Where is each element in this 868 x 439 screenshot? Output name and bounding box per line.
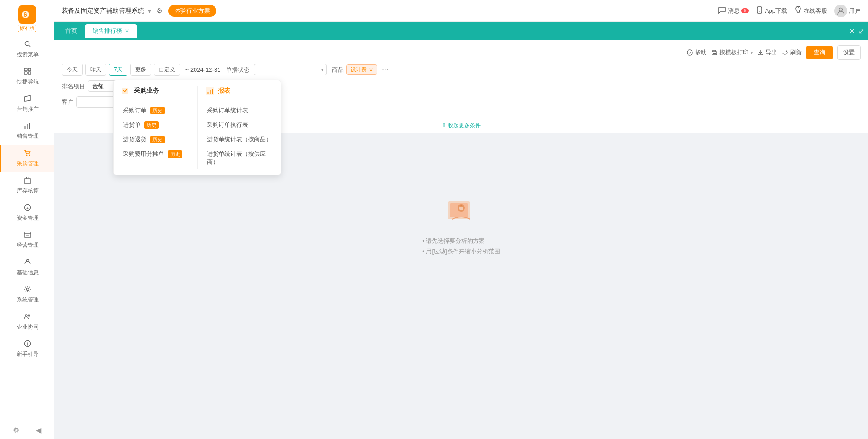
svg-rect-42 — [207, 92, 209, 94]
sidebar-item-inventory[interactable]: 库存核算 — [0, 172, 54, 199]
sidebar-bottom: ⚙ ◀ — [0, 421, 54, 439]
svg-point-22 — [27, 288, 29, 291]
tab-bar-right: ✕ ⤢ — [849, 27, 864, 35]
enterprise-icon — [24, 313, 31, 322]
dropdown-goods-receipt-report-supplier[interactable]: 进货单统计表（按供应商） — [205, 147, 274, 169]
header-user[interactable]: 用户 — [834, 5, 861, 17]
dropdown-report-section: 报表 采购订单统计表 采购订单执行表 进货单统计表（按商品） 进货单统计表（按供… — [197, 86, 281, 169]
svg-line-3 — [29, 45, 31, 47]
sidebar-item-quick-nav[interactable]: 快捷导航 — [0, 63, 54, 90]
sidebar-item-marketing[interactable]: 营销推广 — [0, 90, 54, 118]
goods-return-label: 进货退货 — [123, 135, 146, 143]
voucher-status-select[interactable] — [254, 64, 327, 75]
dropdown-purchase-order[interactable]: 采购订单 历史 — [121, 103, 190, 118]
date-preset-yesterday[interactable]: 昨天 — [85, 64, 106, 76]
sidebar-settings-btn[interactable]: ⚙ — [13, 426, 19, 434]
message-icon — [718, 6, 726, 15]
date-preset-custom[interactable]: 自定义 — [154, 64, 180, 76]
toolbar-print-btn[interactable]: 按模板打印 ▾ — [711, 49, 753, 57]
query-btn[interactable]: 查询 — [806, 46, 833, 59]
header-app-download[interactable]: App下载 — [756, 6, 787, 15]
search-menu-icon — [24, 40, 31, 49]
dropdown-purchase-title: 采购业务 — [121, 86, 190, 99]
svg-rect-11 — [27, 124, 28, 129]
toolbar-export-btn[interactable]: 导出 — [757, 49, 777, 57]
dropdown-purchase-order-exec[interactable]: 采购订单执行表 — [205, 118, 274, 132]
main-content: 装备及固定资产辅助管理系统 ▾ ⚙ 体验行业方案 消息 9 App下载 — [54, 0, 868, 439]
sidebar-item-operations[interactable]: 经营管理 — [0, 227, 54, 254]
purchase-section-label: 采购业务 — [134, 87, 159, 95]
sidebar-item-search-menu[interactable]: 搜索菜单 — [0, 36, 54, 63]
dropdown-goods-return[interactable]: 进货退货 历史 — [121, 132, 190, 147]
purchase-fee-badge: 历史 — [168, 150, 182, 158]
dropdown-goods-receipt-report-goods[interactable]: 进货单统计表（按商品） — [205, 132, 274, 147]
goods-tag-close[interactable]: ✕ — [369, 67, 373, 73]
svg-point-23 — [25, 315, 27, 316]
svg-rect-27 — [757, 7, 762, 13]
logo-icon: 6 — [18, 5, 36, 24]
date-range: 今天 昨天 7天 更多 自定义 ~ 2024-12-31 — [62, 64, 220, 76]
toolbar-refresh-btn[interactable]: 刷新 — [782, 49, 802, 57]
date-preset-today[interactable]: 今天 — [62, 64, 83, 76]
sidebar-collapse-btn[interactable]: ◀ — [36, 426, 41, 434]
tab-bar: 首页 销售排行榜 ✕ ✕ ⤢ — [54, 22, 868, 40]
tab-close-btn[interactable]: ✕ — [849, 27, 855, 35]
app-label: App下载 — [765, 7, 787, 15]
sys-name: 装备及固定资产辅助管理系统 — [62, 7, 144, 15]
sidebar-label-sales: 销售管理 — [17, 133, 39, 140]
voucher-status-label: 单据状态 — [226, 66, 249, 73]
date-range-value: ~ 2024-12-31 — [185, 66, 221, 73]
tab-sales-rank[interactable]: 销售排行榜 ✕ — [85, 24, 137, 38]
empty-illustration — [439, 192, 484, 228]
toolbar-help-btn[interactable]: ? 帮助 — [687, 49, 707, 57]
sidebar-label-finance: 资金管理 — [17, 214, 39, 222]
svg-rect-44 — [212, 89, 213, 94]
sidebar: 6 标准版 搜索菜单 快捷导航 营销推广 — [0, 0, 54, 439]
sidebar-item-enterprise[interactable]: 企业协同 — [0, 308, 54, 335]
empty-text: 请先选择要分析的方案 用[过滤]条件来缩小分析范围 — [422, 236, 500, 257]
system-icon — [24, 286, 31, 295]
sidebar-item-purchase[interactable]: 采购管理 — [0, 145, 54, 172]
sidebar-item-basic-info[interactable]: 基础信息 — [0, 254, 54, 281]
message-badge: 9 — [741, 8, 749, 13]
goods-dots[interactable]: ··· — [382, 65, 389, 74]
date-preset-more[interactable]: 更多 — [130, 64, 151, 76]
sidebar-label-search-menu: 搜索菜单 — [17, 51, 39, 59]
dropdown-purchase-fee[interactable]: 采购费用分摊单 历史 — [121, 147, 190, 161]
header-online-service[interactable]: 在线客服 — [795, 6, 827, 15]
header-right: 消息 9 App下载 在线客服 — [718, 5, 861, 17]
sidebar-item-system[interactable]: 系统管理 — [0, 281, 54, 308]
goods-receipt-report-goods-label: 进货单统计表（按商品） — [207, 135, 272, 143]
sidebar-item-finance[interactable]: ¥ 资金管理 — [0, 199, 54, 227]
industry-btn[interactable]: 体验行业方案 — [168, 5, 216, 17]
guide-icon — [24, 340, 31, 349]
svg-rect-5 — [28, 68, 31, 71]
goods-label: 商品 — [332, 66, 344, 74]
header-message[interactable]: 消息 9 — [718, 6, 749, 15]
user-label: 用户 — [849, 7, 861, 15]
svg-rect-12 — [29, 123, 30, 129]
date-preset-7days[interactable]: 7天 — [109, 64, 127, 76]
svg-marker-8 — [25, 95, 30, 101]
sidebar-label-basic-info: 基础信息 — [17, 269, 39, 276]
tab-close-icon[interactable]: ✕ — [125, 28, 129, 34]
logo-tag: 标准版 — [18, 25, 36, 32]
svg-rect-7 — [28, 72, 31, 74]
sidebar-item-guide[interactable]: 新手引导 — [0, 335, 54, 363]
svg-point-30 — [839, 8, 843, 11]
user-avatar — [834, 5, 847, 17]
settings-btn[interactable]: 设置 — [837, 45, 861, 60]
header-arrow-icon: ▾ — [148, 7, 151, 15]
header-gear-icon[interactable]: ⚙ — [156, 6, 163, 15]
dropdown-goods-receipt[interactable]: 进货单 历史 — [121, 118, 190, 132]
sidebar-item-sales[interactable]: 销售管理 — [0, 118, 54, 145]
tab-home[interactable]: 首页 — [58, 24, 84, 38]
svg-rect-6 — [24, 72, 27, 74]
svg-point-28 — [759, 11, 760, 12]
goods-filter: 商品 设计费 ✕ ··· — [332, 64, 389, 75]
quick-nav-icon — [24, 68, 31, 77]
report-section-label: 报表 — [218, 87, 230, 95]
svg-point-24 — [28, 315, 30, 316]
dropdown-purchase-order-report[interactable]: 采购订单统计表 — [205, 103, 274, 118]
tab-expand-btn[interactable]: ⤢ — [858, 27, 864, 35]
